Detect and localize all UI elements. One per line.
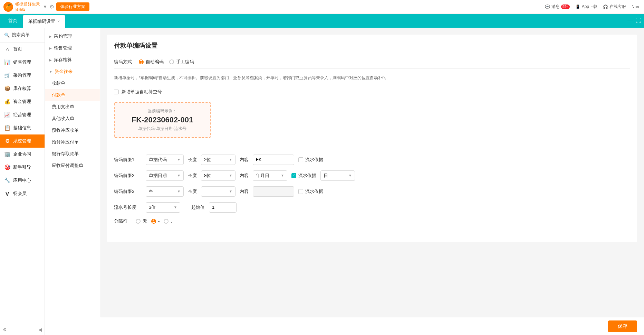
message-btn[interactable]: 💬 消息 99+ [545,4,570,10]
prefix1-content-input[interactable] [253,155,294,165]
prefix3-serial-checkbox[interactable] [298,189,303,194]
logo-text: 畅捷通好生意 插曲版 [15,2,40,12]
prefix1-serial-checkbox[interactable] [298,157,303,162]
prefix2-length-arrow: ▼ [229,174,232,177]
user-info[interactable]: Nare [632,4,641,9]
trial-btn[interactable]: 体验行业方案 [56,2,89,11]
expand-icon[interactable]: ⛶ [636,18,641,24]
nav-tabs-right: — ⛶ [627,18,641,24]
sub-item-expense[interactable]: 费用支出单 [45,101,100,113]
sidebar-item-finance[interactable]: 💰 资金管理 [0,95,45,108]
serial-length-arrow: ▼ [174,205,177,209]
sidebar-item-home[interactable]: ⌂ 首页 [0,43,45,56]
settings-icon[interactable]: ⚙ [49,3,54,10]
sub-group-sales: ▶ 销售管理 [45,42,100,54]
prefix2-select[interactable]: 单据日期 ▼ [146,170,184,181]
serial-length-label: 流水号长度 [114,204,142,211]
sub-group-purchase-header[interactable]: ▶ 采购管理 [45,30,100,42]
prefix3-serial-label: 流水依据 [305,188,323,195]
logo-icon: 🍊 [3,2,13,12]
separator-none-circle [136,219,141,224]
sub-group-inventory-header[interactable]: ▶ 库存核算 [45,54,100,66]
sales-icon: 📊 [4,59,10,65]
sub-group-sales-header[interactable]: ▶ 销售管理 [45,42,100,54]
manual-coding-radio[interactable]: 手工编码 [169,59,194,65]
sub-item-payment[interactable]: 付款单 [45,89,100,101]
sub-item-recv-pay-adj[interactable]: 应收应付调整单 [45,160,100,171]
sidebar-settings-icon[interactable]: ⚙ [3,327,7,332]
auto-coding-radio[interactable]: 自动编码 [139,59,164,65]
system-icon: ⚙ [4,138,10,144]
manual-coding-radio-circle [169,59,174,64]
message-icon: 💬 [545,4,550,9]
prefix3-length-select[interactable]: ▼ [201,186,236,197]
prefix2-serial-label: 流水依据 [298,173,316,179]
sub-group-purchase: ▶ 采购管理 [45,30,100,42]
auto-fill-row: 新增单据自动补空号 [114,89,630,95]
sub-item-receipt[interactable]: 收款单 [45,77,100,89]
prefix2-serial-checkbox[interactable]: ✓ [291,173,296,178]
prefix2-content-label: 内容 [240,173,249,179]
sub-group-capital-header[interactable]: ▼ 资金往来 [45,66,100,77]
sidebar-item-apps[interactable]: 🔧 应用中心 [0,174,45,187]
prefix2-row: 编码前缀2 单据日期 ▼ 长度 8位 ▼ 内容 年月日 [114,170,630,181]
coding-method-label: 编码方式 [114,59,132,65]
sub-item-advance-pay[interactable]: 预付冲应付单 [45,136,100,148]
prefix2-length-select[interactable]: 8位 ▼ [201,170,236,181]
sidebar-item-member[interactable]: V 畅会员 [0,187,45,200]
top-bar-controls: ▼ ⚙ 体验行业方案 [43,2,89,11]
start-value-label: 起始值 [191,204,205,211]
sidebar-item-guide[interactable]: 🎯 新手引导 [0,161,45,174]
separator-label: 分隔符 [114,218,127,224]
code-preview-value: FK-20230602-001 [123,115,202,124]
separator-dash-circle [151,219,156,224]
base-icon: 📋 [4,125,10,131]
auto-fill-checkbox[interactable] [114,90,119,94]
sidebar-item-base[interactable]: 📋 基础信息 [0,121,45,134]
user-name: Nare [632,4,641,9]
sidebar-item-operation[interactable]: 📈 经营管理 [0,108,45,121]
sidebar-item-enterprise[interactable]: 🏢 企业协同 [0,148,45,161]
prefix2-label: 编码前缀2 [114,173,142,179]
sub-group-capital: ▼ 资金往来 收款单 付款单 费用支出单 其他收入单 预收冲应收单 预付冲应付单… [45,66,100,171]
prefix2-period-select[interactable]: 日 ▼ [320,170,355,181]
search-icon: 🔍 [4,32,10,38]
inventory-icon: 📦 [4,85,10,92]
separator-dot-radio[interactable]: . [164,218,172,224]
separator-dash-radio[interactable]: - [151,218,160,224]
online-service-btn[interactable]: 🎧 在线客服 [603,4,626,10]
setting-card: 付款单编码设置 编码方式 自动编码 [107,35,637,242]
serial-length-select[interactable]: 3位 ▼ [146,202,180,213]
prefix1-row: 编码前缀1 单据代码 ▼ 长度 2位 ▼ 内容 [114,155,630,165]
search-menu-btn[interactable]: 🔍 搜索菜单 [3,30,42,39]
sidebar: 🔍 搜索菜单 ⌂ 首页 📊 销售管理 🛒 采购管理 📦 库存核算 💰 [0,28,45,335]
sub-item-bank-deposit[interactable]: 银行存取款单 [45,148,100,160]
prefix2-content-select[interactable]: 年月日 ▼ [253,170,287,181]
tab-close-icon[interactable]: × [57,19,60,24]
code-preview: 当前编码示例： FK-20230602-001 单据代码-单据日期-流水号 [114,102,211,138]
auto-coding-radio-circle [139,59,144,64]
prefix3-select[interactable]: 空 ▼ [146,186,184,197]
save-button[interactable]: 保存 [608,320,637,332]
code-preview-label: 当前编码示例： [123,108,202,114]
start-value-input[interactable] [209,202,237,213]
sub-item-advance-recv[interactable]: 预收冲应收单 [45,124,100,136]
collapse-icon[interactable]: — [627,18,633,24]
prefix3-dropdown-arrow: ▼ [177,189,181,193]
sidebar-item-purchase[interactable]: 🛒 采购管理 [0,69,45,82]
prefix1-select[interactable]: 单据代码 ▼ [146,155,184,165]
prefix1-length-select[interactable]: 2位 ▼ [201,155,236,165]
separator-none-radio[interactable]: 无 [136,218,147,224]
home-icon: ⌂ [4,46,10,52]
prefix3-content-input[interactable] [253,186,294,197]
sidebar-item-sales[interactable]: 📊 销售管理 [0,56,45,69]
tab-home[interactable]: 首页 [3,14,23,28]
tab-settings[interactable]: 单据编码设置 × [23,15,65,28]
app-download-btn[interactable]: 📱 App下载 [575,4,597,10]
nav-dropdown-icon[interactable]: ▼ [43,4,47,9]
sidebar-nav: ⌂ 首页 📊 销售管理 🛒 采购管理 📦 库存核算 💰 资金管理 📈 经营 [0,43,45,324]
sidebar-item-inventory[interactable]: 📦 库存核算 [0,82,45,95]
sidebar-item-system[interactable]: ⚙ 系统管理 [0,134,45,148]
sub-item-other-income[interactable]: 其他收入单 [45,113,100,124]
sidebar-collapse-icon[interactable]: ◀ [38,327,42,332]
